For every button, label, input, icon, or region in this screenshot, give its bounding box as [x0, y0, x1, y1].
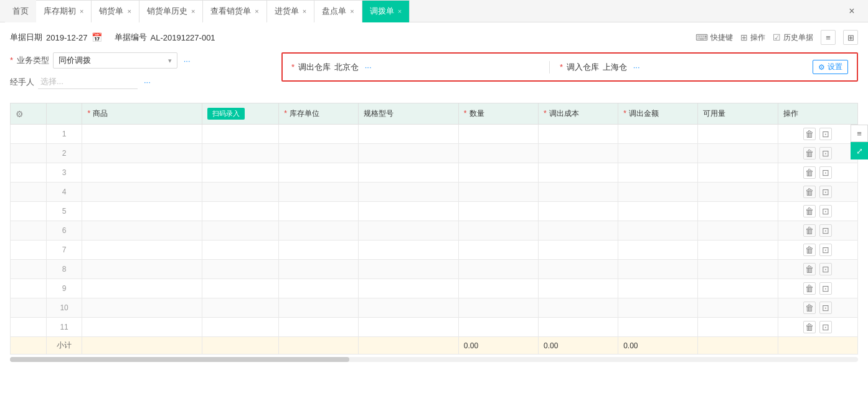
row-available-6[interactable] [698, 221, 778, 240]
row-delete-4[interactable]: 🗑 [803, 186, 816, 198]
row-amount-8[interactable] [618, 260, 698, 279]
row-delete-3[interactable]: 🗑 [803, 166, 816, 179]
row-scan-11[interactable] [202, 318, 278, 337]
row-spec-2[interactable] [359, 144, 458, 163]
settings-button[interactable]: ⚙ 设置 [813, 60, 848, 74]
row-scan-6[interactable] [202, 221, 278, 240]
row-available-10[interactable] [698, 298, 778, 318]
row-scan-2[interactable] [202, 144, 278, 163]
row-scan-9[interactable] [202, 279, 278, 298]
row-goods-10[interactable] [82, 298, 202, 318]
row-goods-5[interactable] [82, 202, 202, 221]
row-copy-9[interactable]: ⊡ [819, 282, 832, 295]
tab-view-sales[interactable]: 查看销货单 × [203, 0, 267, 22]
row-amount-7[interactable] [618, 240, 698, 260]
row-copy-8[interactable]: ⊡ [819, 263, 832, 275]
horizontal-scrollbar[interactable] [10, 357, 858, 362]
row-available-1[interactable] [698, 125, 778, 144]
row-amount-3[interactable] [618, 163, 698, 183]
tab-close-inventory-check[interactable]: × [350, 7, 354, 15]
tab-close-sales-order[interactable]: × [127, 7, 131, 15]
row-copy-7[interactable]: ⊡ [819, 244, 832, 256]
row-spec-10[interactable] [359, 298, 458, 318]
row-qty-7[interactable] [458, 240, 538, 260]
tab-inventory-init[interactable]: 库存期初 × [36, 0, 92, 22]
row-available-4[interactable] [698, 183, 778, 202]
row-copy-6[interactable]: ⊡ [819, 224, 832, 237]
row-scan-4[interactable] [202, 183, 278, 202]
row-amount-10[interactable] [618, 298, 698, 318]
row-unit-5[interactable] [279, 202, 359, 221]
row-qty-1[interactable] [458, 125, 538, 144]
shortcuts-button[interactable]: ⌨ 快捷键 [696, 32, 733, 43]
row-unit-1[interactable] [279, 125, 359, 144]
row-goods-2[interactable] [82, 144, 202, 163]
row-delete-1[interactable]: 🗑 [803, 128, 816, 140]
row-cost-2[interactable] [538, 144, 618, 163]
row-delete-5[interactable]: 🗑 [803, 205, 816, 217]
row-copy-5[interactable]: ⊡ [819, 205, 832, 217]
row-spec-6[interactable] [359, 221, 458, 240]
grid-view-button[interactable]: ⊞ [843, 30, 858, 45]
tab-close-inventory-init[interactable]: × [80, 7, 83, 15]
tab-home[interactable]: 首页 [5, 0, 36, 22]
row-unit-6[interactable] [279, 221, 359, 240]
tab-close-view-sales[interactable]: × [255, 7, 258, 15]
row-cost-7[interactable] [538, 240, 618, 260]
operator-input[interactable]: 选择... [38, 75, 138, 89]
operator-ellipsis[interactable]: ··· [144, 77, 151, 87]
row-available-9[interactable] [698, 279, 778, 298]
tab-transfer-order[interactable]: 调拨单 × [362, 0, 410, 22]
row-unit-8[interactable] [279, 260, 359, 279]
row-spec-4[interactable] [359, 183, 458, 202]
row-unit-2[interactable] [279, 144, 359, 163]
tab-close-transfer-order[interactable]: × [398, 7, 402, 15]
row-unit-3[interactable] [279, 163, 359, 183]
row-spec-7[interactable] [359, 240, 458, 260]
row-qty-2[interactable] [458, 144, 538, 163]
row-scan-7[interactable] [202, 240, 278, 260]
business-type-ellipsis[interactable]: ··· [184, 56, 191, 65]
row-available-7[interactable] [698, 240, 778, 260]
tab-purchase-order[interactable]: 进货单 × [267, 0, 314, 22]
row-qty-10[interactable] [458, 298, 538, 318]
row-amount-6[interactable] [618, 221, 698, 240]
tab-sales-history[interactable]: 销货单历史 × [139, 0, 203, 22]
row-available-3[interactable] [698, 163, 778, 183]
row-spec-1[interactable] [359, 125, 458, 144]
row-unit-10[interactable] [279, 298, 359, 318]
row-amount-4[interactable] [618, 183, 698, 202]
row-scan-3[interactable] [202, 163, 278, 183]
row-scan-10[interactable] [202, 298, 278, 318]
history-button[interactable]: ☑ 历史单据 [773, 32, 813, 43]
row-unit-7[interactable] [279, 240, 359, 260]
side-list-button[interactable]: ≡ [851, 125, 868, 142]
row-amount-11[interactable] [618, 318, 698, 337]
row-delete-8[interactable]: 🗑 [803, 263, 816, 275]
row-qty-3[interactable] [458, 163, 538, 183]
row-unit-9[interactable] [279, 279, 359, 298]
business-type-select[interactable]: 同价调拨 ▾ [53, 52, 177, 69]
row-available-5[interactable] [698, 202, 778, 221]
row-delete-10[interactable]: 🗑 [803, 302, 816, 314]
row-spec-8[interactable] [359, 260, 458, 279]
row-copy-10[interactable]: ⊡ [819, 302, 832, 314]
row-cost-3[interactable] [538, 163, 618, 183]
row-cost-9[interactable] [538, 279, 618, 298]
transfer-in-ellipsis[interactable]: ··· [633, 62, 640, 72]
row-cost-11[interactable] [538, 318, 618, 337]
row-qty-11[interactable] [458, 318, 538, 337]
transfer-out-ellipsis[interactable]: ··· [365, 62, 372, 72]
row-unit-4[interactable] [279, 183, 359, 202]
calendar-icon[interactable]: 📅 [92, 32, 102, 42]
row-unit-11[interactable] [279, 318, 359, 337]
row-spec-5[interactable] [359, 202, 458, 221]
row-copy-3[interactable]: ⊡ [819, 166, 832, 179]
row-spec-11[interactable] [359, 318, 458, 337]
tab-sales-order[interactable]: 销货单 × [92, 0, 139, 22]
row-available-11[interactable] [698, 318, 778, 337]
row-cost-6[interactable] [538, 221, 618, 240]
row-goods-4[interactable] [82, 183, 202, 202]
row-delete-11[interactable]: 🗑 [803, 321, 816, 333]
scrollbar-thumb[interactable] [10, 357, 349, 362]
